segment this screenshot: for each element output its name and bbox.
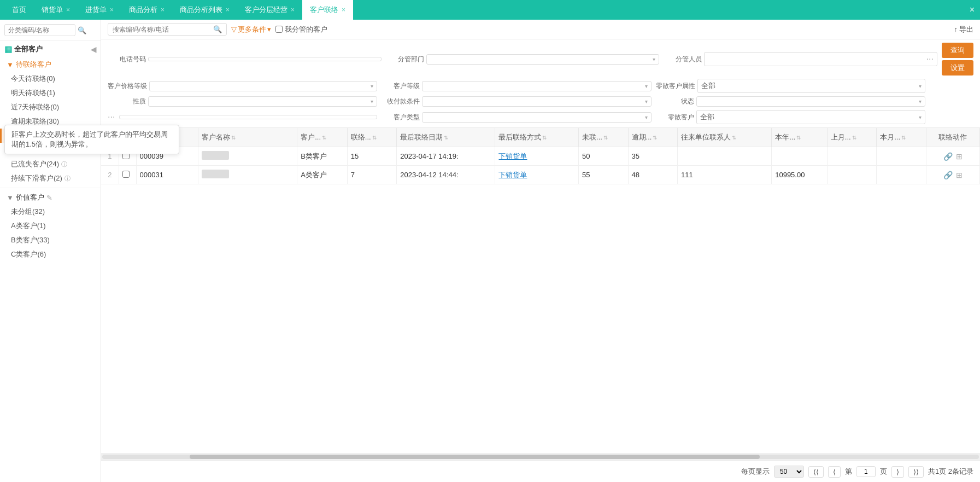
col-header-name[interactable]: 客户名称 ⇅ [198, 128, 297, 147]
already-lost-info-icon: ⓘ [61, 160, 67, 169]
more-conditions-caret: ▾ [267, 25, 271, 33]
filter-row-2: 客户价格等级 ▾ 客户等级 ▾ 零散客户属性 全部 [108, 79, 973, 93]
prev-page-button[interactable]: ⟨ [828, 466, 841, 478]
page-word: 页 [880, 467, 887, 477]
unclassified-item[interactable]: 未分组(32) [0, 205, 101, 219]
class-b-item[interactable]: B类客户(33) [0, 233, 101, 247]
col-header-uncontacted[interactable]: 未联... ⇅ [579, 128, 628, 147]
col-header-actions: 联络动作 [926, 128, 979, 147]
nature-select[interactable]: ▾ [148, 96, 377, 107]
data-table-wrapper[interactable]: ⚙ 客户编码 ⇅ 客户名称 [101, 128, 980, 453]
nav-product-analysis-list[interactable]: 商品分析列表 × [172, 0, 237, 20]
col-header-current-month[interactable]: 本月... ⇅ [877, 128, 926, 147]
col-header-current-year[interactable]: 本年... ⇅ [772, 128, 828, 147]
all-customers-label: 全部客户 [14, 44, 91, 54]
close-sales-tab[interactable]: × [66, 6, 70, 14]
row1-grid-icon[interactable]: ⊞ [956, 152, 963, 161]
window-close-button[interactable]: × [970, 5, 975, 15]
value-group-arrow-icon: ▼ [7, 194, 14, 202]
retail-attr-select[interactable]: 全部 ▾ [697, 79, 925, 93]
customer-level-caret-icon: ▾ [645, 83, 648, 89]
col-header-last-contact-date[interactable]: 最后联络日期 ⇅ [397, 128, 495, 147]
sidebar-collapse-button[interactable]: ◀ [91, 45, 96, 54]
manager-label: 分管人员 [664, 55, 702, 64]
last-page-button[interactable]: ⟩⟩ [908, 466, 924, 478]
payment-select[interactable]: ▾ [422, 96, 651, 107]
settings-button[interactable]: 设置 [942, 60, 973, 76]
row2-method-link[interactable]: 下销货单 [498, 171, 527, 179]
col-header-contact-count[interactable]: 联络... ⇅ [347, 128, 396, 147]
close-purchase-tab[interactable]: × [110, 6, 114, 14]
col-header-overdue[interactable]: 逾期... ⇅ [628, 128, 677, 147]
row1-type: B类客户 [297, 147, 348, 166]
row2-checkbox[interactable] [119, 166, 136, 184]
close-stratification-tab[interactable]: × [291, 6, 295, 14]
status-select[interactable]: ▾ [696, 96, 925, 107]
table-footer: 每页显示 50 20 100 ⟨⟨ ⟨ 第 页 ⟩ ⟩⟩ 共1页 2条记录 [101, 461, 980, 482]
current-page-input[interactable] [856, 466, 876, 477]
week-pending-item[interactable]: 近7天待联络(0) [0, 100, 101, 114]
nav-product-analysis[interactable]: 商品分析 × [121, 0, 172, 20]
export-label: 导出 [959, 25, 973, 34]
already-lost-item[interactable]: 已流失客户(24) ⓘ [0, 157, 101, 171]
tomorrow-pending-item[interactable]: 明天待联络(1) [0, 86, 101, 100]
value-customers-group[interactable]: ▼ 价值客户 ✎ [0, 190, 101, 205]
row2-select-checkbox[interactable] [122, 171, 130, 178]
row1-last-method: 下销货单 [495, 147, 579, 166]
customer-type-select[interactable]: ▾ [422, 112, 651, 123]
table-header-row: ⚙ 客户编码 ⇅ 客户名称 [101, 128, 980, 147]
row1-method-link[interactable]: 下销货单 [498, 152, 527, 160]
class-a-item[interactable]: A类客户(1) [0, 219, 101, 233]
close-product-list-tab[interactable]: × [226, 6, 230, 14]
price-level-select[interactable]: ▾ [149, 81, 377, 91]
value-group-edit-icon[interactable]: ✎ [46, 194, 52, 202]
horizontal-scrollbar[interactable] [101, 453, 980, 461]
nav-home[interactable]: 首页 [4, 0, 34, 20]
row2-grid-icon[interactable]: ⊞ [956, 171, 963, 179]
row1-overdue: 35 [628, 147, 677, 166]
next-page-button[interactable]: ⟩ [891, 466, 904, 478]
retail-customers-select[interactable]: 全部 ▾ [696, 110, 925, 124]
dept-select[interactable]: ▾ [426, 54, 660, 65]
nav-customer-contact[interactable]: 客户联络 × [302, 0, 353, 20]
nature-label: 性质 [108, 97, 146, 106]
query-button[interactable]: 查询 [942, 43, 973, 58]
row2-link-icon[interactable]: 🔗 [943, 171, 953, 179]
row2-company-contacts: 111 [677, 166, 771, 184]
nav-sales[interactable]: 销货单 × [34, 0, 78, 20]
per-page-select[interactable]: 50 20 100 [774, 466, 804, 478]
close-product-analysis-tab[interactable]: × [161, 6, 165, 14]
dots-input[interactable] [119, 115, 377, 119]
manager-input[interactable]: ··· [704, 52, 937, 66]
page-word-before: 第 [845, 467, 852, 477]
sidebar-search-input[interactable] [4, 24, 75, 36]
sidebar-search-button[interactable]: 🔍 [78, 26, 86, 34]
manager-dots-icon[interactable]: ··· [926, 54, 934, 64]
row2-type: A类客户 [297, 166, 348, 184]
today-pending-item[interactable]: 今天待联络(0) [0, 72, 101, 86]
close-contact-tab[interactable]: × [342, 6, 345, 14]
customer-level-select[interactable]: ▾ [422, 81, 651, 91]
col-header-company-contacts[interactable]: 往来单位联系人 ⇅ [677, 128, 771, 147]
row1-link-icon[interactable]: 🔗 [943, 152, 953, 161]
row4-dots-icon[interactable]: ··· [108, 112, 115, 122]
nav-customer-stratification[interactable]: 客户分层经营 × [237, 0, 302, 20]
price-level-label: 客户价格等级 [108, 82, 147, 91]
phone-input[interactable] [148, 57, 382, 61]
first-page-button[interactable]: ⟨⟨ [808, 466, 824, 478]
search-input[interactable] [113, 26, 211, 33]
scrollbar-thumb[interactable] [190, 455, 760, 459]
class-c-item[interactable]: C类客户(6) [0, 247, 101, 262]
more-conditions-button[interactable]: ▽ 更多条件 ▾ [231, 25, 271, 34]
scrollbar-track[interactable] [102, 455, 979, 459]
nav-purchase[interactable]: 进货单 × [78, 0, 121, 20]
col-header-type[interactable]: 客户... ⇅ [297, 128, 348, 147]
my-customers-checkbox-area[interactable]: 我分管的客户 [275, 25, 327, 34]
export-button[interactable]: ↑ 导出 [954, 25, 974, 34]
total-label: 共1页 2条记录 [928, 467, 973, 477]
col-header-last-contact-method[interactable]: 最后联络方式 ⇅ [495, 128, 579, 147]
col-header-last-month[interactable]: 上月... ⇅ [827, 128, 876, 147]
pending-contact-group[interactable]: ▼ 待联络客户 [0, 57, 101, 72]
declining-item[interactable]: 持续下滑客户(2) ⓘ [0, 171, 101, 185]
my-customers-checkbox[interactable] [275, 26, 283, 33]
